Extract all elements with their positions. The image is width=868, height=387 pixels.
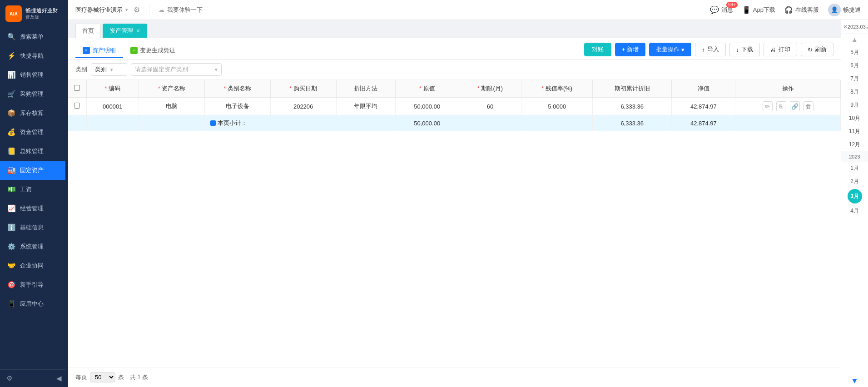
change-voucher-tab-icon: ✓ (130, 47, 138, 54)
sidebar-item-guide[interactable]: 🎯 新手引导 (0, 275, 65, 294)
guide-icon: 🎯 (7, 281, 15, 289)
basic-info-icon: ℹ️ (7, 223, 15, 232)
category-filter-type[interactable]: 类别 ▾ (91, 63, 127, 76)
month-12[interactable]: 12月 (841, 138, 868, 151)
month-1[interactable]: 1月 (841, 162, 868, 175)
topbar-right: 💬 消息 99+ 📱 App下载 🎧 在线客服 👤 畅捷通 (710, 4, 861, 16)
enterprise-icon: 🤝 (7, 262, 15, 270)
th-checkbox (68, 80, 86, 98)
th-accumulated-depreciation: 期初累计折旧 (593, 80, 672, 98)
collapse-sidebar-icon[interactable]: ◀ (56, 374, 62, 382)
year-label-section: 2023 (841, 151, 868, 162)
month-10[interactable]: 10月 (841, 112, 868, 125)
tab-close-icon[interactable]: ✕ (136, 28, 140, 34)
delete-icon[interactable]: 🗑 (804, 101, 813, 111)
th-residual-rate: 残值率(%) (521, 80, 593, 98)
subtotal-empty-2 (86, 115, 139, 131)
sidebar-item-purchase[interactable]: 🛒 采购管理 (0, 84, 65, 104)
user-menu[interactable]: 👤 畅捷通 (828, 4, 861, 16)
app-edition: 普及版 (25, 14, 58, 20)
sidebar-item-app-center[interactable]: 📱 应用中心 (0, 294, 65, 313)
sub-tabs: ≡ 资产明细 ✓ 变更生成凭证 对账 + 新增 (68, 38, 841, 60)
month-4[interactable]: 4月 (841, 204, 868, 218)
link-icon[interactable]: 🔗 (790, 101, 800, 111)
content-area: 首页 资产管理 ✕ ≡ 资产明细 (68, 20, 868, 387)
select-all-checkbox[interactable] (74, 85, 80, 91)
sidebar-nav: 🔍 搜索菜单 ⚡ 快捷导航 📊 销售管理 🛒 采购管理 📦 库存核算 💰 (0, 27, 65, 369)
month-list: 5月 6月 7月 8月 9月 10月 11月 12月 2023 1月 2月 3月… (841, 46, 868, 375)
sidebar-item-ledger[interactable]: 📒 总账管理 (0, 142, 65, 161)
sidebar-item-fixed-assets[interactable]: 🏭 固定资产 (0, 161, 65, 180)
row-name: 电脑 (139, 98, 205, 115)
download-icon: 📱 (742, 6, 751, 14)
month-9[interactable]: 9月 (841, 99, 868, 112)
refresh-icon: ↻ (808, 46, 813, 53)
sidebar-item-quick-nav[interactable]: ⚡ 快捷导航 (0, 46, 65, 65)
import-icon: ↑ (702, 46, 705, 53)
tab-home[interactable]: 首页 (75, 24, 101, 38)
sidebar-item-payroll[interactable]: 💵 工资 (0, 180, 65, 199)
category-filter-value[interactable]: 请选择固定资产类别 ▾ (131, 63, 222, 76)
message-badge: 99+ (726, 2, 738, 8)
print-button[interactable]: 🖨 打印 (764, 43, 797, 56)
sidebar-item-fund[interactable]: 💰 资金管理 (0, 123, 65, 142)
th-period: 期限(月) (459, 80, 521, 98)
month-11[interactable]: 11月 (841, 125, 868, 138)
month-7[interactable]: 7月 (841, 72, 868, 85)
service-icon: 🎧 (784, 6, 793, 14)
sidebar-item-basic-info[interactable]: ℹ️ 基础信息 (0, 218, 65, 237)
sub-tab-asset-detail[interactable]: ≡ 资产明细 (75, 44, 123, 58)
sidebar-item-enterprise[interactable]: 🤝 企业协同 (0, 256, 65, 275)
th-name: 资产名称 (139, 80, 205, 98)
pagination: 每页 50 10 20 100 条，共 1 条 (68, 367, 841, 387)
month-3-current[interactable]: 3月 (848, 189, 862, 203)
row-checkbox[interactable] (74, 103, 80, 109)
download-button[interactable]: ↓ 下载 (729, 43, 760, 56)
action-icons-group: ✏ ⎘ 🔗 🗑 (741, 101, 835, 111)
th-original-value: 原值 (395, 80, 459, 98)
settings-gear-icon[interactable]: ⚙ (134, 5, 140, 14)
calendar-down-arrow[interactable]: ▼ (849, 375, 860, 387)
sub-tab-change-voucher[interactable]: ✓ 变更生成凭证 (123, 44, 183, 58)
sidebar-item-search[interactable]: 🔍 搜索菜单 (0, 27, 65, 46)
batch-button[interactable]: 批量操作 ▾ (649, 43, 691, 56)
reconcile-button[interactable]: 对账 (584, 43, 611, 56)
company-selector[interactable]: 医疗器械行业演示 ▾ (75, 6, 128, 14)
download-icon: ↓ (736, 46, 739, 53)
sidebar-item-operations[interactable]: 📈 经营管理 (0, 199, 65, 218)
filter-label: 类别 (75, 65, 87, 74)
app-download-button[interactable]: 📱 App下载 (742, 6, 775, 14)
month-6[interactable]: 6月 (841, 59, 868, 72)
assets-table: 编码 资产名称 类别名称 购买日期 折旧方法 原值 期限(月) 残值率(%) 期… (68, 80, 841, 131)
right-panel-close-icon[interactable]: ✕ (843, 24, 848, 30)
online-service-button[interactable]: 🎧 在线客服 (784, 6, 819, 14)
message-button[interactable]: 💬 消息 99+ (710, 5, 733, 14)
sidebar-item-inventory[interactable]: 📦 库存核算 (0, 104, 65, 123)
experience-button[interactable]: ☁ 我要体验一下 (159, 6, 203, 14)
month-8[interactable]: 8月 (841, 85, 868, 99)
row-depreciation-method: 年限平均 (336, 98, 395, 115)
cloud-icon: ☁ (159, 6, 164, 13)
filter-type-dropdown-icon: ▾ (110, 67, 113, 73)
right-panel-expand-icon[interactable]: ⤢ (866, 24, 868, 30)
sidebar-item-sales[interactable]: 📊 销售管理 (0, 65, 65, 84)
tab-asset-mgmt[interactable]: 资产管理 ✕ (103, 24, 147, 38)
right-panel-header: ✕ 2023.03 ⤢ (841, 20, 868, 34)
fund-icon: 💰 (7, 128, 15, 136)
topbar-divider (149, 5, 149, 15)
copy-icon[interactable]: ⎘ (776, 101, 786, 111)
main-area: 医疗器械行业演示 ▾ ⚙ ☁ 我要体验一下 💬 消息 99+ 📱 App下载 🎧… (68, 0, 868, 387)
new-button[interactable]: + 新增 (615, 43, 645, 56)
company-name: 医疗器械行业演示 (75, 6, 123, 14)
sidebar-item-system[interactable]: ⚙️ 系统管理 (0, 237, 65, 256)
app-logo: AtA 畅捷通好业财 普及版 (0, 0, 68, 27)
edit-icon[interactable]: ✏ (763, 101, 773, 111)
row-actions: ✏ ⎘ 🔗 🗑 (735, 98, 841, 115)
month-5[interactable]: 5月 (841, 46, 868, 59)
refresh-button[interactable]: ↻ 刷新 (801, 43, 833, 56)
month-2[interactable]: 2月 (841, 175, 868, 188)
import-button[interactable]: ↑ 导入 (695, 43, 726, 56)
calendar-up-arrow[interactable]: ▲ (849, 34, 860, 46)
page-size-select[interactable]: 50 10 20 100 (90, 372, 115, 382)
settings-icon[interactable]: ⚙ (6, 374, 12, 382)
